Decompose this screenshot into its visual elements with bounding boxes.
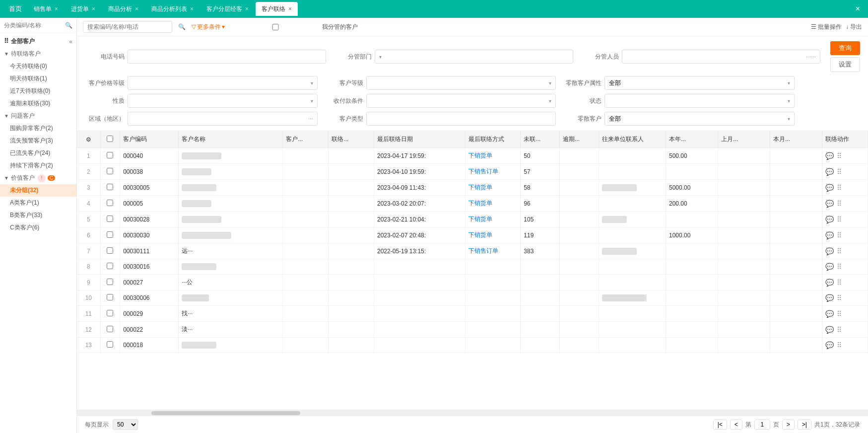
- my-customers-check[interactable]: [231, 24, 320, 30]
- cell-last-method[interactable]: [465, 306, 521, 322]
- nav-tab-purchase[interactable]: 进货单 ×: [65, 2, 101, 16]
- grid-icon[interactable]: ⠿: [837, 341, 842, 349]
- grid-icon[interactable]: ⠿: [837, 247, 842, 255]
- grid-icon[interactable]: ⠿: [837, 168, 842, 176]
- chat-icon[interactable]: 💬: [825, 152, 834, 160]
- close-all-button[interactable]: ×: [852, 4, 864, 13]
- price-level-select[interactable]: ▾: [128, 76, 318, 90]
- cell-last-method[interactable]: [465, 338, 521, 353]
- sidebar-search-input[interactable]: [4, 22, 63, 29]
- cell-action[interactable]: 💬⠿: [822, 306, 868, 322]
- cell-checkbox[interactable]: [100, 306, 120, 322]
- row-checkbox[interactable]: [107, 263, 113, 269]
- nav-tab-analysis[interactable]: 商品分析 ×: [102, 2, 144, 16]
- cell-action[interactable]: 💬⠿: [822, 148, 868, 164]
- cell-checkbox[interactable]: [100, 164, 120, 180]
- cell-last-method[interactable]: [465, 290, 521, 306]
- sidebar-item-today-pending[interactable]: 今天待联络(0): [0, 60, 76, 72]
- cell-action[interactable]: 💬⠿: [822, 196, 868, 212]
- cell-action[interactable]: 💬⠿: [822, 227, 868, 243]
- close-icon[interactable]: ×: [135, 5, 138, 12]
- cell-checkbox[interactable]: [100, 275, 120, 290]
- th-checkbox[interactable]: [100, 131, 120, 148]
- my-customers-checkbox[interactable]: 我分管的客户: [231, 23, 358, 31]
- row-checkbox[interactable]: [107, 310, 113, 316]
- horizontal-scrollbar[interactable]: [77, 410, 868, 416]
- chat-icon[interactable]: 💬: [825, 294, 834, 302]
- cell-last-method[interactable]: 下销货单: [465, 212, 521, 227]
- grid-icon[interactable]: ⠿: [837, 200, 842, 208]
- cell-last-method[interactable]: 下销货单: [465, 227, 521, 243]
- cell-last-method[interactable]: 下销售订单: [465, 243, 521, 259]
- grid-icon[interactable]: ⠿: [837, 231, 842, 239]
- close-icon[interactable]: ×: [288, 5, 292, 12]
- cell-action[interactable]: 💬⠿: [822, 290, 868, 306]
- cell-last-method[interactable]: 下销货单: [465, 180, 521, 196]
- nav-tab-customer-segment[interactable]: 客户分层经客 ×: [200, 2, 255, 16]
- row-checkbox[interactable]: [107, 200, 113, 206]
- cell-action[interactable]: 💬⠿: [822, 180, 868, 196]
- sidebar-item-declining[interactable]: 持续下滑客户(2): [0, 159, 76, 172]
- grid-icon[interactable]: ⠿: [837, 184, 842, 192]
- retail-select[interactable]: 全部 ▾: [604, 112, 795, 126]
- nav-tab-analysis-list[interactable]: 商品分析列表 ×: [145, 2, 200, 16]
- row-checkbox[interactable]: [107, 247, 113, 254]
- collapse-icon[interactable]: «: [69, 38, 72, 45]
- first-page-button[interactable]: |<: [713, 420, 727, 430]
- sidebar-item-churned[interactable]: 已流失客户(24): [0, 147, 76, 159]
- nav-tab-customer-contact[interactable]: 客户联络 ×: [256, 2, 298, 16]
- close-icon[interactable]: ×: [245, 5, 249, 12]
- nature-select[interactable]: ▾: [128, 94, 318, 108]
- chat-icon[interactable]: 💬: [825, 341, 834, 349]
- customer-level-select[interactable]: ▾: [366, 76, 556, 90]
- reset-button[interactable]: 设置: [830, 57, 860, 72]
- sidebar-item-7days-pending[interactable]: 近7天待联络(0): [0, 85, 76, 97]
- method-link[interactable]: 下销货单: [468, 184, 492, 191]
- chat-icon[interactable]: 💬: [825, 247, 834, 255]
- row-checkbox[interactable]: [107, 216, 113, 222]
- method-link[interactable]: 下销售订单: [468, 247, 498, 254]
- grid-icon[interactable]: ⠿: [837, 263, 842, 271]
- cell-checkbox[interactable]: [100, 227, 120, 243]
- close-icon[interactable]: ×: [190, 5, 194, 12]
- more-conditions-button[interactable]: ▽ 更多条件 ▾: [192, 23, 225, 31]
- cell-checkbox[interactable]: [100, 243, 120, 259]
- search-input[interactable]: [83, 21, 172, 33]
- cell-checkbox[interactable]: [100, 180, 120, 196]
- row-checkbox[interactable]: [107, 294, 113, 300]
- cell-action[interactable]: 💬⠿: [822, 275, 868, 290]
- page-input[interactable]: [754, 420, 770, 430]
- search-icon[interactable]: 🔍: [178, 23, 186, 30]
- method-link[interactable]: 下销货单: [468, 152, 492, 159]
- cell-last-method[interactable]: [465, 275, 521, 290]
- cell-last-method[interactable]: [465, 259, 521, 275]
- per-page-select[interactable]: 50 100 200: [113, 419, 138, 430]
- method-link[interactable]: 下销货单: [468, 216, 492, 222]
- customer-type-select[interactable]: [366, 112, 556, 126]
- nav-home[interactable]: 首页: [4, 4, 27, 13]
- cell-action[interactable]: 💬⠿: [822, 322, 868, 338]
- cell-checkbox[interactable]: [100, 148, 120, 164]
- chat-icon[interactable]: 💬: [825, 184, 834, 192]
- sidebar-item-ungroup[interactable]: 未分组(32): [0, 184, 76, 197]
- grid-icon[interactable]: ⠿: [837, 152, 842, 160]
- sidebar-item-tomorrow-pending[interactable]: 明天待联络(1): [0, 72, 76, 85]
- chat-icon[interactable]: 💬: [825, 310, 834, 318]
- method-link[interactable]: 下销货单: [468, 200, 492, 207]
- sidebar-item-abnormal[interactable]: 囤购异常客户(2): [0, 122, 76, 135]
- cell-last-method[interactable]: 下销货单: [465, 196, 521, 212]
- cell-action[interactable]: 💬⠿: [822, 212, 868, 227]
- row-checkbox[interactable]: [107, 184, 113, 190]
- last-page-button[interactable]: >|: [798, 420, 811, 430]
- cell-action[interactable]: 💬⠿: [822, 164, 868, 180]
- grid-icon[interactable]: ⠿: [837, 216, 842, 223]
- cell-checkbox[interactable]: [100, 259, 120, 275]
- grid-icon[interactable]: ⠿: [837, 310, 842, 318]
- th-settings[interactable]: ⚙: [77, 131, 100, 148]
- close-icon[interactable]: ×: [55, 5, 58, 12]
- sidebar-item-churn-warning[interactable]: 流失预警客户(3): [0, 135, 76, 147]
- nav-tab-sales[interactable]: 销售单 ×: [28, 2, 64, 16]
- cell-last-method[interactable]: 下销货单: [465, 148, 521, 164]
- cell-action[interactable]: 💬⠿: [822, 243, 868, 259]
- row-checkbox[interactable]: [107, 231, 113, 238]
